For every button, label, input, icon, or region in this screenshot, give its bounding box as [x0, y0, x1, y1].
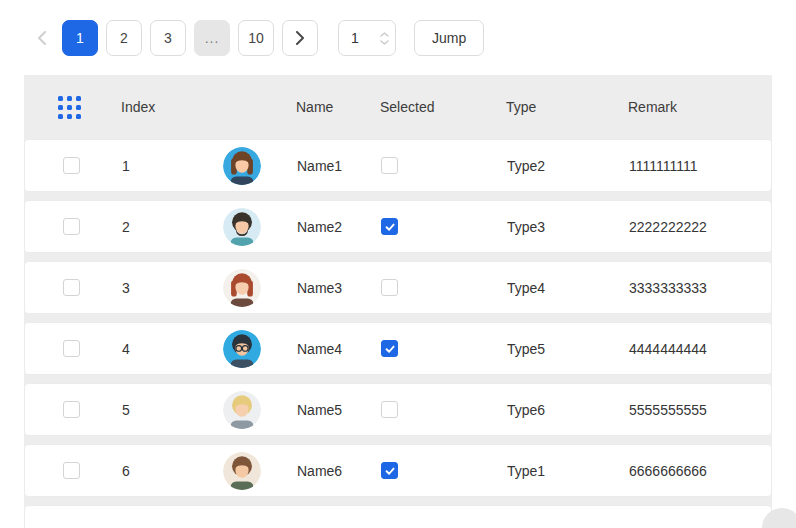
table-row: 3Name3Type43333333333: [24, 261, 772, 314]
chevron-left-icon: [37, 31, 47, 45]
chevron-right-icon: [295, 31, 305, 45]
row-select-checkbox[interactable]: [63, 279, 80, 296]
type-cell: Type4: [505, 262, 625, 313]
pagination: 123...10 Jump: [0, 0, 796, 56]
column-header-remark: Remark: [624, 75, 772, 139]
type-cell: Type1: [505, 445, 625, 496]
name-cell: Name2: [277, 201, 377, 252]
type-cell: Type3: [505, 201, 625, 252]
avatar: [223, 208, 261, 246]
table-row: 5Name5Type65555555555: [24, 383, 772, 436]
selected-checkbox[interactable]: [381, 279, 398, 296]
index-cell: 5: [97, 384, 215, 435]
column-header-selected: Selected: [376, 75, 504, 139]
remark-cell: 1111111111: [625, 140, 771, 191]
avatar: [223, 330, 261, 368]
data-table: Index Name Selected Type Remark 1Name1Ty…: [24, 75, 772, 528]
next-page-button[interactable]: [282, 20, 318, 56]
type-cell: Type6: [505, 384, 625, 435]
selected-checkbox[interactable]: [381, 157, 398, 174]
remark-cell: 4444444444: [625, 323, 771, 374]
page-buttons: 123...10: [62, 20, 274, 56]
page-jump-input[interactable]: [343, 30, 369, 46]
stepper-up-icon[interactable]: [380, 32, 389, 37]
remark-cell: 5555555555: [625, 384, 771, 435]
index-cell: 3: [97, 262, 215, 313]
grid-menu-icon[interactable]: [58, 96, 81, 119]
name-cell: Name4: [277, 323, 377, 374]
index-cell: 4: [97, 323, 215, 374]
table-row: 2Name2Type32222222222: [24, 200, 772, 253]
remark-cell: 6666666666: [625, 445, 771, 496]
check-icon: [384, 343, 396, 355]
table-row-partial: [24, 505, 772, 528]
page-button-2[interactable]: 2: [106, 20, 142, 56]
row-select-checkbox[interactable]: [63, 462, 80, 479]
avatar: [223, 452, 261, 490]
selected-checkbox[interactable]: [381, 218, 398, 235]
page-jump-input-wrapper: [338, 20, 396, 56]
remark-cell: 3333333333: [625, 262, 771, 313]
name-cell: Name6: [277, 445, 377, 496]
index-cell: 2: [97, 201, 215, 252]
row-select-checkbox[interactable]: [63, 340, 80, 357]
selected-checkbox[interactable]: [381, 401, 398, 418]
index-cell: 6: [97, 445, 215, 496]
prev-page-button[interactable]: [30, 20, 54, 56]
page-button-10[interactable]: 10: [238, 20, 274, 56]
selected-checkbox[interactable]: [381, 340, 398, 357]
page-button-3[interactable]: 3: [150, 20, 186, 56]
stepper-down-icon[interactable]: [380, 40, 389, 45]
page-button-1[interactable]: 1: [62, 20, 98, 56]
column-header-index: Index: [96, 75, 214, 139]
row-select-checkbox[interactable]: [63, 218, 80, 235]
name-cell: Name1: [277, 140, 377, 191]
index-cell: 1: [97, 140, 215, 191]
type-cell: Type2: [505, 140, 625, 191]
avatar: [223, 269, 261, 307]
selected-checkbox[interactable]: [381, 462, 398, 479]
number-stepper: [380, 32, 389, 45]
name-cell: Name3: [277, 262, 377, 313]
jump-button[interactable]: Jump: [414, 20, 484, 56]
table-row: 4Name4Type54444444444: [24, 322, 772, 375]
type-cell: Type5: [505, 323, 625, 374]
check-icon: [384, 221, 396, 233]
avatar: [223, 147, 261, 185]
column-header-type: Type: [504, 75, 624, 139]
avatar: [223, 391, 261, 429]
check-icon: [384, 465, 396, 477]
table-header: Index Name Selected Type Remark: [24, 75, 772, 139]
column-header-name: Name: [276, 75, 376, 139]
column-header-avatar: [214, 75, 276, 139]
name-cell: Name5: [277, 384, 377, 435]
row-select-checkbox[interactable]: [63, 157, 80, 174]
remark-cell: 2222222222: [625, 201, 771, 252]
table-body: 1Name1Type211111111112Name2Type322222222…: [24, 139, 772, 528]
table-row: 6Name6Type16666666666: [24, 444, 772, 497]
table-row: 1Name1Type21111111111: [24, 139, 772, 192]
row-select-checkbox[interactable]: [63, 401, 80, 418]
page-ellipsis-button[interactable]: ...: [194, 20, 230, 56]
